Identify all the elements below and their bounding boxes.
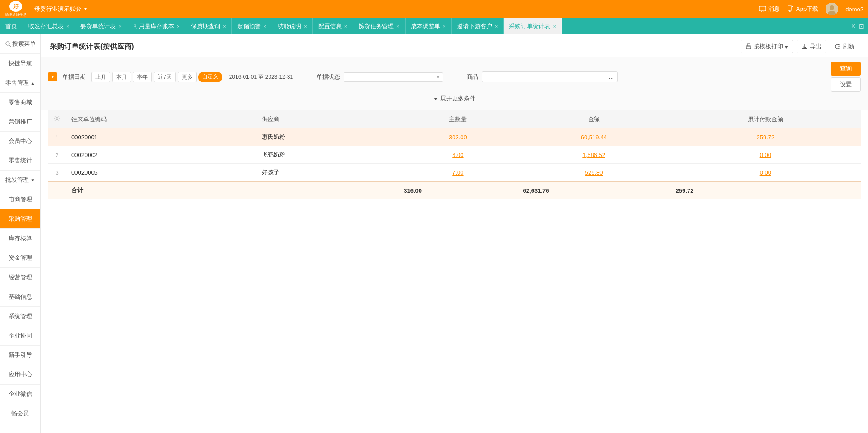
export-button[interactable]: 导出 [797, 40, 826, 53]
template-print-button[interactable]: 按模板打印 ▾ [741, 40, 793, 53]
column-settings-icon[interactable] [53, 115, 61, 122]
row-paid-1[interactable]: 259.72 [670, 128, 861, 146]
tab-config-info[interactable]: 配置信息 × [313, 18, 353, 34]
sidebar-item-stock[interactable]: 库存核算 [0, 229, 40, 248]
date-btn-more[interactable]: 更多 [178, 72, 197, 82]
sidebar-item-retail[interactable]: 零售管理 ▲ [0, 73, 40, 93]
sidebar-retail-stats-label: 零售统计 [9, 157, 32, 165]
svg-marker-13 [52, 75, 54, 79]
tab-purchase-summary[interactable]: 采购订单统计表 × [504, 18, 561, 34]
sidebar-item-operations[interactable]: 经营管理 [0, 268, 40, 287]
row-amount-3[interactable]: 525.80 [518, 164, 670, 182]
row-paid-3[interactable]: 0.00 [670, 164, 861, 182]
close-tab-purchase[interactable]: × [553, 24, 556, 29]
sidebar-item-shortcuts[interactable]: 快捷导航 [0, 54, 40, 73]
filter-toggle-button[interactable] [48, 72, 57, 81]
sidebar-item-system[interactable]: 系统管理 [0, 307, 40, 326]
tab-shelf-life[interactable]: 保质期查询 × [185, 18, 231, 34]
template-print-label: 按模板打印 [754, 43, 783, 51]
settings-button[interactable]: 设置 [831, 77, 861, 92]
tab-pickup-task[interactable]: 拣货任务管理 × [353, 18, 405, 34]
purchase-summary-table: 往来单位编码 供应商 主数量 金额 累计付款金额 1 00020001 惠氏奶粉… [48, 110, 861, 199]
sidebar-system-label: 系统管理 [9, 312, 32, 320]
close-tab-cost[interactable]: × [443, 24, 446, 29]
row-qty-1[interactable]: 303.00 [398, 128, 517, 146]
row-paid-2[interactable]: 0.00 [670, 146, 861, 164]
sidebar-item-wholesale[interactable]: 批发管理 ▼ [0, 171, 40, 190]
logo-box: 好 畅捷通好生意 [5, 1, 27, 17]
tab-cost-adjust[interactable]: 成本调整单 × [406, 18, 452, 34]
user-avatar-icon [826, 3, 838, 15]
app-download-button[interactable]: App下载 [787, 5, 818, 13]
sidebar-item-app-center[interactable]: 应用中心 [0, 365, 40, 385]
close-tab-receive[interactable]: × [66, 24, 69, 29]
refresh-button[interactable]: 刷新 [830, 40, 859, 53]
avatar[interactable] [826, 3, 838, 15]
user-name[interactable]: demo2 [845, 6, 863, 13]
tab-over-stock[interactable]: 超储预警 × [232, 18, 272, 34]
close-tab-goods[interactable]: × [118, 24, 121, 29]
workspace-dropdown[interactable]: 母婴行业演示账套 [31, 5, 91, 13]
main-area: 搜索菜单 快捷导航 零售管理 ▲ 零售商城 营销推广 会员中心 零售统计 批发管… [0, 34, 868, 433]
status-select[interactable]: ▾ [344, 72, 443, 82]
close-tab-pickup[interactable]: × [396, 24, 399, 29]
close-tab-config[interactable]: × [344, 24, 347, 29]
tab-receive-summary[interactable]: 收发存汇总表 × [23, 18, 75, 34]
sidebar-item-retail-stats[interactable]: 零售统计 [0, 151, 40, 171]
close-tab-overstock[interactable]: × [264, 24, 266, 29]
table-area: 往来单位编码 供应商 主数量 金额 累计付款金额 1 00020001 惠氏奶粉… [41, 110, 868, 433]
sidebar-item-search[interactable]: 搜索菜单 [0, 34, 40, 54]
tab-func-desc[interactable]: 功能说明 × [272, 18, 312, 34]
row-qty-2[interactable]: 6.00 [398, 146, 517, 164]
top-bar-right: 消息 App下载 demo2 [759, 3, 863, 15]
close-tab-shelf[interactable]: × [223, 24, 226, 29]
sidebar-item-vip[interactable]: 畅会员 [0, 404, 40, 423]
row-code-3: 00020005 [66, 164, 256, 182]
close-tab-available[interactable]: × [177, 24, 179, 29]
row-qty-3[interactable]: 7.00 [398, 164, 517, 182]
filter-area: 单据日期 上月 本月 本年 近7天 更多 自定义 2016-01-01 至 20… [41, 57, 868, 110]
download-icon [787, 5, 794, 13]
date-btn-last-month[interactable]: 上月 [91, 72, 110, 82]
sidebar-item-members[interactable]: 会员中心 [0, 132, 40, 151]
sidebar-item-newbie[interactable]: 新手引导 [0, 346, 40, 365]
sidebar-item-ecommerce[interactable]: 电商管理 [0, 190, 40, 209]
sidebar-item-marketing[interactable]: 营销推广 [0, 112, 40, 132]
tab-goods-summary[interactable]: 要货单统计表 × [75, 18, 127, 34]
sidebar-newbie-label: 新手引导 [9, 351, 32, 359]
page-title: 采购订单统计表(按供应商) [50, 42, 134, 52]
tab-invite-label: 邀请下游客户 [457, 22, 492, 30]
sidebar-item-wechat[interactable]: 企业微信 [0, 385, 40, 404]
sidebar-item-enterprise[interactable]: 企业协同 [0, 326, 40, 346]
tab-home[interactable]: 首页 [0, 18, 23, 34]
sidebar-item-finance[interactable]: 资金管理 [0, 248, 40, 268]
goods-more-icon[interactable]: ... [609, 74, 613, 80]
sidebar-operations-label: 经营管理 [9, 273, 32, 281]
content-area: 采购订单统计表(按供应商) 按模板打印 ▾ 导出 刷新 [41, 34, 868, 433]
row-amount-2[interactable]: 1,586.52 [518, 146, 670, 164]
restore-window-button[interactable]: ⊡ [859, 23, 864, 30]
tab-shelf-life-label: 保质期查询 [191, 22, 220, 30]
close-tab-invite[interactable]: × [495, 24, 498, 29]
messages-button[interactable]: 消息 [759, 5, 780, 13]
date-btn-this-year[interactable]: 本年 [133, 72, 152, 82]
filter-row: 单据日期 上月 本月 本年 近7天 更多 自定义 2016-01-01 至 20… [48, 62, 861, 92]
close-window-button[interactable]: × [851, 22, 855, 30]
sidebar-item-basic[interactable]: 基础信息 [0, 287, 40, 307]
sidebar-item-purchase[interactable]: 采购管理 [0, 209, 40, 229]
app-download-label: App下载 [796, 5, 818, 13]
query-button[interactable]: 查询 [831, 62, 861, 76]
tab-invite-downstream[interactable]: 邀请下游客户 × [452, 18, 504, 34]
footer-empty-2 [256, 181, 398, 199]
sidebar-item-retail-mall[interactable]: 零售商城 [0, 93, 40, 112]
logo-icon: 好 [9, 1, 22, 12]
date-btn-this-month[interactable]: 本月 [112, 72, 131, 82]
row-amount-1[interactable]: 60,519.44 [518, 128, 670, 146]
close-tab-func[interactable]: × [304, 24, 307, 29]
goods-search-input[interactable]: ... [482, 71, 618, 82]
expand-more-button[interactable]: 展开更多条件 [48, 92, 861, 105]
wholesale-expand-icon: ▼ [31, 178, 35, 183]
table-footer-row: 合计 316.00 62,631.76 259.72 [48, 181, 861, 199]
date-btn-7days[interactable]: 近7天 [154, 72, 176, 82]
tab-available-stock[interactable]: 可用量库存账本 × [127, 18, 185, 34]
